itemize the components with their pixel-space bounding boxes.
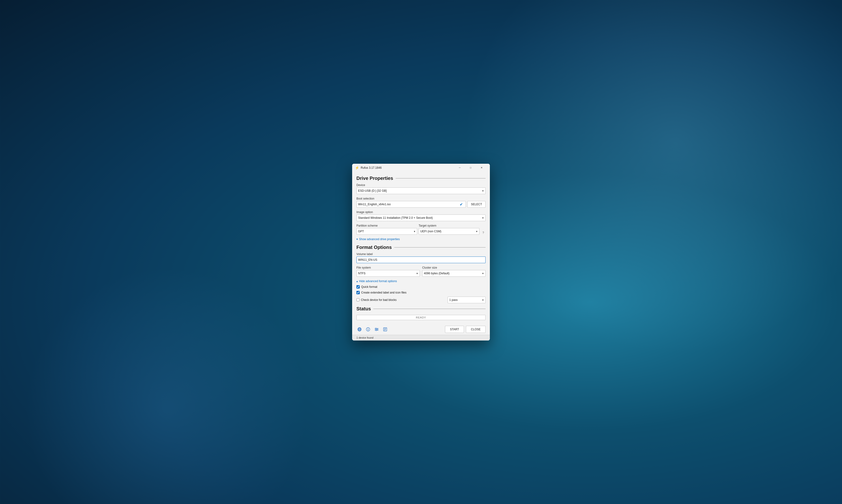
window-close-button[interactable]: ✕ <box>476 164 487 172</box>
partition-scheme-label: Partition scheme <box>356 224 417 227</box>
log-button[interactable] <box>382 326 388 332</box>
volume-label-group: Volume label <box>356 252 486 263</box>
info-icon <box>366 327 370 331</box>
status-bar: READY <box>356 315 486 320</box>
svg-point-11 <box>375 328 376 329</box>
boot-selection-row: Win11_English_x64v1.iso ✔ SELECT <box>356 201 486 208</box>
device-group: Device ESD-USB (D:) [32 GB] <box>356 183 486 194</box>
svg-point-12 <box>377 329 378 330</box>
toolbar-icons <box>356 326 443 332</box>
quick-format-label: Quick format <box>361 285 377 289</box>
quick-format-row[interactable]: Quick format <box>356 285 486 289</box>
device-label: Device <box>356 183 486 187</box>
globe-icon <box>357 327 362 331</box>
action-buttons: START CLOSE <box>445 326 486 333</box>
image-option-select[interactable]: Standard Windows 11 Installation (TPM 2.… <box>356 215 486 221</box>
main-content: Drive Properties Device ESD-USB (D:) [32… <box>352 172 490 324</box>
maximize-button[interactable]: □ <box>465 164 476 172</box>
format-options-header: Format Options <box>356 245 486 250</box>
log-icon <box>383 327 387 331</box>
window-title: Rufus 3.17.1846 <box>361 166 454 169</box>
volume-label-label: Volume label <box>356 252 486 256</box>
target-system-help-button[interactable]: ? <box>481 230 486 236</box>
boot-selection-select[interactable]: Win11_English_x64v1.iso <box>356 201 466 208</box>
boot-select-wrapper: Win11_English_x64v1.iso ✔ <box>356 201 466 208</box>
partition-target-row: Partition scheme GPT Target system UEFI … <box>356 224 486 236</box>
svg-rect-7 <box>368 329 368 330</box>
window-controls: ─ □ ✕ <box>454 164 487 172</box>
bottom-toolbar: START CLOSE <box>352 324 490 335</box>
extended-label-checkbox[interactable] <box>356 291 360 294</box>
svg-point-13 <box>376 330 376 331</box>
status-header: Status <box>356 306 486 311</box>
statusbar-text: 1 device found <box>356 336 373 339</box>
app-statusbar: 1 device found <box>352 335 490 341</box>
format-options-title: Format Options <box>356 245 392 250</box>
target-system-group: Target system UEFI (non CSM) <box>419 224 479 235</box>
device-select-wrapper: ESD-USB (D:) [32 GB] <box>356 187 486 194</box>
cluster-size-label: Cluster size <box>422 266 486 269</box>
select-button[interactable]: SELECT <box>467 201 486 208</box>
file-system-group: File system NTFS <box>356 266 420 277</box>
language-button[interactable] <box>356 326 363 332</box>
cluster-size-group: Cluster size 4096 bytes (Default) <box>422 266 486 277</box>
bad-blocks-label-row[interactable]: Check device for bad blocks <box>356 298 445 302</box>
image-option-label: Image option <box>356 211 486 214</box>
file-system-wrapper: NTFS <box>356 270 420 277</box>
cluster-size-select[interactable]: 4096 bytes (Default) <box>422 270 486 277</box>
start-button[interactable]: START <box>445 326 464 333</box>
extended-label-row[interactable]: Create extended label and icon files <box>356 291 486 294</box>
filesystem-cluster-row: File system NTFS Cluster size 4096 bytes… <box>356 266 486 278</box>
boot-selection-group: Boot selection Win11_English_x64v1.iso ✔… <box>356 197 486 208</box>
svg-point-6 <box>368 328 368 329</box>
extended-label-label: Create extended label and icon files <box>361 291 406 294</box>
about-button[interactable] <box>365 326 371 332</box>
boot-check-icon: ✔ <box>460 202 464 206</box>
boot-selection-label: Boot selection <box>356 197 486 200</box>
bad-blocks-row: Check device for bad blocks 1 pass <box>356 296 486 303</box>
target-system-label: Target system <box>419 224 479 227</box>
file-system-label: File system <box>356 266 420 269</box>
advanced-format-chevron: ▴ <box>356 280 358 283</box>
rufus-window: ⚡ Rufus 3.17.1846 ─ □ ✕ Drive Properties… <box>352 164 490 341</box>
file-system-select[interactable]: NTFS <box>356 270 420 277</box>
settings-button[interactable] <box>373 326 380 332</box>
status-divider <box>373 309 486 309</box>
partition-scheme-wrapper: GPT <box>356 228 417 235</box>
bad-blocks-label: Check device for bad blocks <box>361 298 397 302</box>
quick-format-checkbox[interactable] <box>356 285 360 289</box>
format-options-divider <box>394 247 486 248</box>
image-option-group: Image option Standard Windows 11 Install… <box>356 211 486 221</box>
bad-blocks-checkbox[interactable] <box>356 298 359 301</box>
advanced-format-label: Hide advanced format options <box>359 280 397 283</box>
close-button[interactable]: CLOSE <box>466 326 486 333</box>
status-title: Status <box>356 306 371 311</box>
image-option-select-wrapper: Standard Windows 11 Installation (TPM 2.… <box>356 215 486 221</box>
bad-blocks-pass-select[interactable]: 1 pass <box>448 296 486 303</box>
advanced-drive-chevron: ▾ <box>356 237 358 241</box>
show-advanced-drive-button[interactable]: ▾ Show advanced drive properties <box>356 237 486 241</box>
partition-scheme-select[interactable]: GPT <box>356 228 417 235</box>
drive-properties-title: Drive Properties <box>356 176 393 181</box>
titlebar: ⚡ Rufus 3.17.1846 ─ □ ✕ <box>352 164 490 172</box>
target-system-select[interactable]: UEFI (non CSM) <box>419 228 479 235</box>
settings-icon <box>374 327 379 331</box>
drive-properties-header: Drive Properties <box>356 176 486 181</box>
device-select[interactable]: ESD-USB (D:) [32 GB] <box>356 187 486 194</box>
app-icon: ⚡ <box>355 166 359 170</box>
advanced-drive-label: Show advanced drive properties <box>359 237 400 241</box>
volume-label-input[interactable] <box>356 256 486 263</box>
hide-advanced-format-button[interactable]: ▴ Hide advanced format options <box>356 280 486 283</box>
status-text: READY <box>416 316 426 319</box>
cluster-size-wrapper: 4096 bytes (Default) <box>422 270 486 277</box>
target-system-wrapper: UEFI (non CSM) <box>419 228 479 235</box>
bad-blocks-pass-wrapper: 1 pass <box>448 296 486 303</box>
partition-scheme-group: Partition scheme GPT <box>356 224 417 235</box>
minimize-button[interactable]: ─ <box>454 164 465 172</box>
